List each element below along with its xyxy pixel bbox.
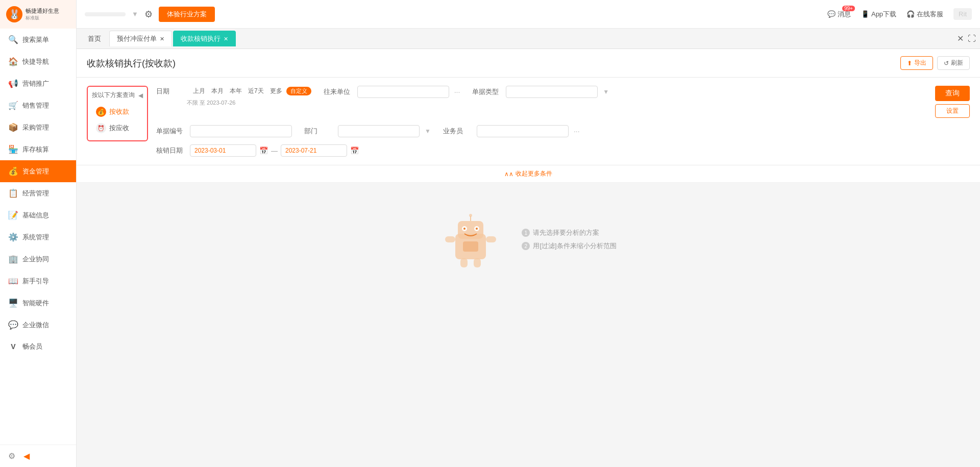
svg-rect-7 bbox=[486, 236, 496, 242]
salesperson-input[interactable] bbox=[477, 125, 569, 137]
logo-name: 畅捷通好生意 bbox=[26, 7, 59, 14]
sidebar-item-label: 基础信息 bbox=[22, 211, 49, 220]
customer-service-button[interactable]: 🎧 在线客服 bbox=[906, 10, 943, 19]
filter-row-2: 单据编号 部门 ▼ 业务员 ··· bbox=[156, 125, 970, 137]
sidebar-item-basic[interactable]: 📝 基础信息 bbox=[0, 204, 76, 226]
svg-point-4 bbox=[463, 228, 465, 230]
sidebar-item-system[interactable]: ⚙️ 系统管理 bbox=[0, 226, 76, 248]
tab-close-all-button[interactable]: ✕ bbox=[957, 34, 964, 43]
sidebar-item-search[interactable]: 🔍 搜索菜单 bbox=[0, 29, 76, 51]
sidebar-item-hardware[interactable]: 🖥️ 智能硬件 bbox=[0, 292, 76, 314]
tab-collection-close-icon[interactable]: ✕ bbox=[224, 36, 228, 42]
sidebar-item-label: 新手引导 bbox=[22, 277, 49, 286]
tab-prepay-label: 预付冲应付单 bbox=[117, 34, 157, 43]
sidebar-item-enterprise[interactable]: 🏢 企业协同 bbox=[0, 248, 76, 270]
department-label: 部门 bbox=[304, 127, 335, 136]
logo-icon: 🐰 bbox=[6, 6, 22, 22]
sidebar-item-operations[interactable]: 📋 经营管理 bbox=[0, 182, 76, 204]
date-btn-thismonth[interactable]: 本月 bbox=[209, 86, 226, 96]
page-header: 收款核销执行(按收款) ⬆ 导出 ↺ 刷新 bbox=[77, 49, 980, 78]
tab-collection[interactable]: 收款核销执行 ✕ bbox=[173, 31, 236, 46]
refresh-button[interactable]: ↺ 刷新 bbox=[937, 56, 970, 70]
tab-prepay[interactable]: 预付冲应付单 ✕ bbox=[109, 31, 172, 46]
collapse-bar[interactable]: ∧∧ 收起更多条件 bbox=[77, 165, 980, 183]
verify-date-label: 核销日期 bbox=[156, 146, 187, 155]
sidebar-item-label: 智能硬件 bbox=[22, 299, 49, 308]
tab-prepay-close-icon[interactable]: ✕ bbox=[160, 36, 164, 42]
user-avatar[interactable]: Rit bbox=[953, 8, 972, 20]
settings-icon[interactable]: ⚙ bbox=[8, 451, 15, 461]
bill-type-chevron-icon[interactable]: ▼ bbox=[603, 88, 609, 95]
date-btn-more[interactable]: 更多 bbox=[268, 86, 284, 96]
logo-badge: 标准版 bbox=[26, 15, 59, 21]
verify-date-start-group: 📅 bbox=[190, 144, 268, 157]
verify-date-end-calendar-icon[interactable]: 📅 bbox=[350, 146, 359, 155]
sidebar-item-label: 系统管理 bbox=[22, 233, 49, 242]
topbar-right: 💬 消息 99+ 📱 App下载 🎧 在线客服 Rit bbox=[827, 8, 972, 20]
date-btn-7days[interactable]: 近7天 bbox=[246, 86, 266, 96]
svg-point-5 bbox=[476, 228, 478, 230]
verify-date-start-calendar-icon[interactable]: 📅 bbox=[259, 146, 268, 155]
sidebar-item-label: 企业协同 bbox=[22, 255, 49, 264]
app-download-button[interactable]: 📱 App下载 bbox=[861, 10, 896, 19]
counterparty-input[interactable] bbox=[357, 86, 449, 98]
date-btn-custom[interactable]: 自定义 bbox=[286, 87, 311, 95]
date-label: 日期 bbox=[156, 87, 187, 96]
receipt-icon: 💰 bbox=[96, 107, 106, 117]
filter-row-1: 日期 上月 本月 本年 近7天 更多 自定义 不限 至 2023-0 bbox=[156, 86, 970, 118]
query-button[interactable]: 查询 bbox=[935, 86, 970, 101]
filter-sidebar: 按以下方案查询 ◀ 💰 按收款 ⏰ 按应收 bbox=[87, 86, 148, 157]
topbar-search[interactable] bbox=[85, 12, 126, 16]
tab-home[interactable]: 首页 bbox=[81, 31, 108, 46]
page-title: 收款核销执行(按收款) bbox=[87, 57, 176, 77]
message-button[interactable]: 💬 消息 99+ bbox=[827, 10, 851, 19]
bill-type-input[interactable] bbox=[506, 86, 598, 98]
verify-date-end-input[interactable] bbox=[281, 144, 347, 157]
inventory-icon: 🏪 bbox=[8, 144, 18, 154]
sidebar-item-marketing[interactable]: 📢 营销推广 bbox=[0, 72, 76, 94]
industry-solution-button[interactable]: 体验行业方案 bbox=[159, 7, 215, 22]
sidebar-logo: 🐰 畅捷通好生意 标准版 bbox=[0, 0, 76, 29]
tabs-bar: 首页 预付冲应付单 ✕ 收款核销执行 ✕ ✕ ⛶ bbox=[77, 29, 980, 49]
bill-type-field: 单据类型 ▼ bbox=[472, 86, 609, 98]
app-icon: 📱 bbox=[861, 10, 869, 18]
empty-tip-1: 1 请先选择要分析的方案 bbox=[522, 228, 616, 237]
system-icon: ⚙️ bbox=[8, 232, 18, 242]
topbar-gear-icon[interactable]: ⚙ bbox=[144, 9, 153, 20]
sidebar-item-quicknav[interactable]: 🏠 快捷导航 bbox=[0, 51, 76, 72]
export-button[interactable]: ⬆ 导出 bbox=[900, 56, 933, 70]
purchase-icon: 📦 bbox=[8, 122, 18, 132]
salesperson-more-icon[interactable]: ··· bbox=[574, 127, 580, 135]
svg-point-11 bbox=[469, 214, 472, 217]
filter-option-by-receivable[interactable]: ⏰ 按应收 bbox=[92, 120, 143, 136]
tip-num-2: 2 bbox=[522, 242, 530, 250]
message-badge: 99+ bbox=[842, 6, 855, 11]
date-btn-thisyear[interactable]: 本年 bbox=[228, 86, 244, 96]
sales-icon: 🛒 bbox=[8, 101, 18, 110]
sidebar-item-wechat[interactable]: 💬 企业微信 bbox=[0, 314, 76, 336]
department-chevron-icon[interactable]: ▼ bbox=[425, 128, 431, 135]
counterparty-more-icon[interactable]: ··· bbox=[454, 88, 460, 96]
filter-row-3: 核销日期 📅 — 📅 bbox=[156, 144, 970, 157]
sidebar-item-purchase[interactable]: 📦 采购管理 bbox=[0, 116, 76, 138]
basic-icon: 📝 bbox=[8, 210, 18, 220]
filter-collapse-icon[interactable]: ◀ bbox=[138, 92, 143, 99]
salesperson-label: 业务员 bbox=[443, 127, 474, 136]
sidebar-item-finance[interactable]: 💰 资金管理 bbox=[0, 160, 76, 182]
tab-expand-button[interactable]: ⛶ bbox=[968, 34, 976, 43]
bill-number-input[interactable] bbox=[190, 125, 292, 137]
date-btn-lastmonth[interactable]: 上月 bbox=[191, 86, 207, 96]
filter-option-by-receipt[interactable]: 💰 按收款 bbox=[92, 104, 143, 120]
sidebar-item-sales[interactable]: 🛒 销售管理 bbox=[0, 94, 76, 116]
sidebar-item-inventory[interactable]: 🏪 库存核算 bbox=[0, 138, 76, 160]
collapse-bar-label: 收起更多条件 bbox=[516, 169, 552, 178]
sidebar-item-label: 快捷导航 bbox=[22, 57, 49, 66]
svg-rect-12 bbox=[463, 241, 478, 252]
department-input[interactable] bbox=[338, 125, 420, 137]
sidebar-item-guide[interactable]: 📖 新手引导 bbox=[0, 270, 76, 292]
sidebar-item-member[interactable]: V 畅会员 bbox=[0, 336, 76, 357]
setting-button[interactable]: 设置 bbox=[935, 104, 970, 118]
verify-date-start-input[interactable] bbox=[190, 144, 256, 157]
sidebar-item-label: 搜索菜单 bbox=[22, 35, 49, 44]
collapse-sidebar-icon[interactable]: ◀ bbox=[23, 451, 30, 461]
